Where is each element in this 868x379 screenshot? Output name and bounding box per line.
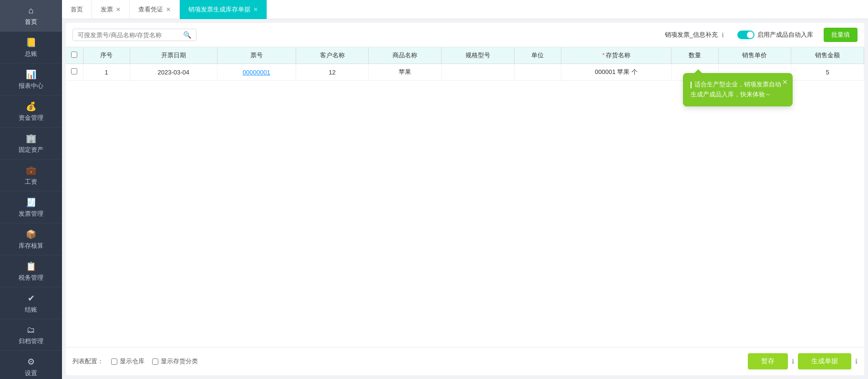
home-icon: ⌂	[29, 6, 34, 16]
footer-config: 列表配置： 显示仓库 显示存货分类	[72, 357, 198, 366]
toggle-wrapper: 启用产成品自动入库	[737, 31, 813, 39]
reports-icon: 📊	[26, 69, 36, 80]
col-seq: 序号	[83, 47, 130, 64]
tab-invoice-close[interactable]: ✕	[116, 6, 121, 13]
col-product: 商品名称	[369, 47, 442, 64]
sidebar-item-label: 库存核算	[19, 242, 43, 250]
row-spec	[442, 64, 515, 81]
tab-invoice-label: 发票	[101, 5, 113, 14]
sidebar-item-funds[interactable]: 💰 资金管理	[0, 95, 62, 127]
sidebar-item-label: 设置	[25, 369, 37, 378]
row-seq: 1	[83, 64, 130, 81]
save-button[interactable]: 暂存	[748, 353, 788, 369]
row-number[interactable]: 00000001	[217, 64, 296, 81]
col-customer: 客户名称	[296, 47, 369, 64]
tab-voucher[interactable]: 查看凭证 ✕	[130, 0, 180, 19]
tab-home-label: 首页	[71, 5, 83, 14]
funds-icon: 💰	[26, 101, 36, 112]
show-warehouse-checkbox[interactable]	[111, 358, 117, 365]
tooltip-popup: ✕ 适合生产型企业，销项发票自动生成产成品入库，快来体验～	[683, 73, 793, 106]
info-icon[interactable]: ℹ	[722, 32, 724, 39]
sidebar-item-payroll[interactable]: 💼 工资	[0, 159, 62, 191]
row-customer: 12	[296, 64, 369, 81]
generate-button[interactable]: 生成单据	[798, 353, 851, 369]
footer-buttons: 暂存 ℹ 生成单据 ℹ	[748, 353, 858, 369]
ledger-icon: 📒	[26, 37, 36, 48]
col-unit: 单位	[514, 47, 561, 64]
toolbar-info: 销项发票_信息补充 ℹ 启用产成品自动入库 批量填	[665, 28, 858, 42]
col-inventory: *存货名称	[561, 47, 672, 64]
sidebar-item-label: 报表中心	[19, 82, 43, 90]
row-inventory[interactable]: 000001 苹果 个	[561, 64, 672, 81]
archive-icon: 🗂	[27, 325, 35, 335]
col-price: 销售单价	[718, 47, 791, 64]
row-date: 2023-03-04	[130, 64, 217, 81]
show-warehouse-text: 显示仓库	[120, 357, 145, 366]
sidebar-item-closing[interactable]: ✔ 结账	[0, 287, 62, 319]
tab-home[interactable]: 首页	[62, 0, 92, 19]
show-category-checkbox[interactable]	[152, 358, 158, 365]
sidebar-item-tax[interactable]: 📋 税务管理	[0, 255, 62, 287]
sidebar-item-reports[interactable]: 📊 报表中心	[0, 63, 62, 95]
toolbar: 🔍 销项发票_信息补充 ℹ 启用产成品自动入库 批量填	[66, 23, 864, 47]
tab-voucher-close[interactable]: ✕	[166, 6, 171, 13]
ticket-number-link[interactable]: 00000001	[243, 69, 270, 76]
invoices-icon: 🧾	[26, 197, 36, 208]
col-checkbox	[66, 47, 83, 64]
search-box[interactable]: 🔍	[72, 29, 196, 41]
sidebar-item-inventory[interactable]: 📦 库存核算	[0, 223, 62, 255]
tab-sale[interactable]: 销项发票生成库存单据 ✕	[180, 0, 267, 19]
tab-voucher-label: 查看凭证	[138, 5, 163, 14]
show-category-label[interactable]: 显示存货分类	[152, 357, 198, 366]
sidebar-item-archive[interactable]: 🗂 归档管理	[0, 319, 62, 351]
payroll-icon: 💼	[26, 165, 36, 176]
config-label: 列表配置：	[72, 357, 103, 366]
sidebar-item-settings[interactable]: ⚙ 设置	[0, 351, 62, 379]
tooltip-close[interactable]: ✕	[782, 77, 788, 87]
select-all-checkbox[interactable]	[71, 52, 77, 58]
show-category-text: 显示存货分类	[161, 357, 198, 366]
tax-icon: 📋	[26, 261, 36, 272]
sidebar-item-assets[interactable]: 🏢 固定资产	[0, 127, 62, 159]
save-help-icon[interactable]: ℹ	[792, 358, 794, 365]
sidebar-item-label: 首页	[25, 18, 37, 26]
sidebar-item-label: 发票管理	[19, 210, 43, 218]
sidebar-item-label: 归档管理	[19, 337, 43, 346]
sidebar-item-label: 工资	[25, 178, 37, 186]
tab-invoice[interactable]: 发票 ✕	[92, 0, 130, 19]
sidebar-item-invoices[interactable]: 🧾 发票管理	[0, 191, 62, 223]
col-amount: 销售金额	[791, 47, 864, 64]
row-checkbox-cell	[66, 64, 83, 81]
search-input[interactable]	[78, 32, 183, 39]
col-date: 开票日期	[130, 47, 217, 64]
row-checkbox[interactable]	[71, 68, 77, 74]
tab-sale-label: 销项发票生成库存单据	[188, 5, 250, 14]
search-icon[interactable]: 🔍	[183, 31, 191, 39]
col-number: 票号	[217, 47, 296, 64]
sidebar-item-home[interactable]: ⌂ 首页	[0, 0, 62, 32]
tab-bar: 首页 发票 ✕ 查看凭证 ✕ 销项发票生成库存单据 ✕	[62, 0, 868, 19]
row-amount: 5	[791, 64, 864, 81]
sidebar-item-label: 结账	[25, 305, 37, 314]
sidebar-item-ledger[interactable]: 📒 总账	[0, 32, 62, 63]
row-product: 苹果	[369, 64, 442, 81]
row-unit	[514, 64, 561, 81]
generate-help-icon[interactable]: ℹ	[855, 358, 858, 365]
assets-icon: 🏢	[26, 133, 36, 144]
show-warehouse-label[interactable]: 显示仓库	[111, 357, 145, 366]
tab-sale-close[interactable]: ✕	[253, 6, 258, 13]
tooltip-text: 适合生产型企业，销项发票自动生成产成品入库，快来体验～	[691, 81, 781, 98]
sidebar-item-label: 资金管理	[19, 114, 43, 122]
tooltip-cursor-icon	[691, 82, 692, 88]
inventory-icon: 📦	[26, 229, 36, 240]
footer: 列表配置： 显示仓库 显示存货分类 暂存 ℹ 生成单据 ℹ	[66, 347, 864, 375]
toggle-label: 启用产成品自动入库	[757, 31, 813, 39]
sidebar: ⌂ 首页 📒 总账 📊 报表中心 💰 资金管理 🏢 固定资产 💼 工资 🧾 发票…	[0, 0, 62, 379]
auto-storage-toggle[interactable]	[737, 31, 754, 39]
batch-fill-button[interactable]: 批量填	[824, 28, 858, 42]
col-spec: 规格型号	[442, 47, 515, 64]
content-area: 🔍 销项发票_信息补充 ℹ 启用产成品自动入库 批量填	[66, 23, 864, 375]
info-label: 销项发票_信息补充	[665, 31, 718, 39]
closing-icon: ✔	[28, 293, 35, 304]
col-quantity: 数量	[672, 47, 718, 64]
